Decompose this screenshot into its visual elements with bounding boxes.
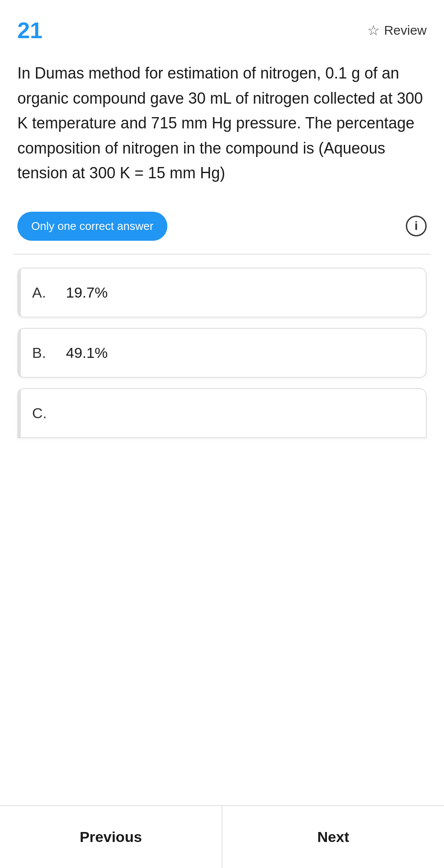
question-number: 21 — [17, 17, 42, 43]
review-label: Review — [384, 23, 427, 38]
info-symbol: i — [415, 219, 418, 233]
star-icon: ☆ — [367, 22, 380, 39]
previous-button[interactable]: Previous — [0, 806, 222, 868]
page-container: 21 ☆ Review In Dumas method for estimati… — [0, 0, 444, 868]
option-c-partial[interactable]: C. — [17, 388, 427, 438]
answer-type-section: Only one correct answer i — [0, 203, 444, 254]
header: 21 ☆ Review — [0, 0, 444, 52]
option-b[interactable]: B. 49.1% — [17, 328, 427, 378]
option-b-text: 49.1% — [66, 344, 108, 361]
option-a[interactable]: A. 19.7% — [17, 268, 427, 318]
option-b-label: B. — [32, 344, 54, 361]
option-a-text: 19.7% — [66, 284, 108, 301]
option-a-label: A. — [32, 284, 54, 301]
answer-type-badge: Only one correct answer — [17, 212, 167, 241]
option-c-label: C. — [32, 405, 54, 422]
options-container: A. 19.7% B. 49.1% C. — [0, 255, 444, 451]
content-area: In Dumas method for estimation of nitrog… — [0, 52, 444, 868]
next-button[interactable]: Next — [222, 806, 444, 868]
info-icon[interactable]: i — [406, 216, 427, 236]
question-text: In Dumas method for estimation of nitrog… — [0, 52, 444, 203]
review-button[interactable]: ☆ Review — [367, 22, 427, 39]
footer-nav: Previous Next — [0, 805, 444, 868]
